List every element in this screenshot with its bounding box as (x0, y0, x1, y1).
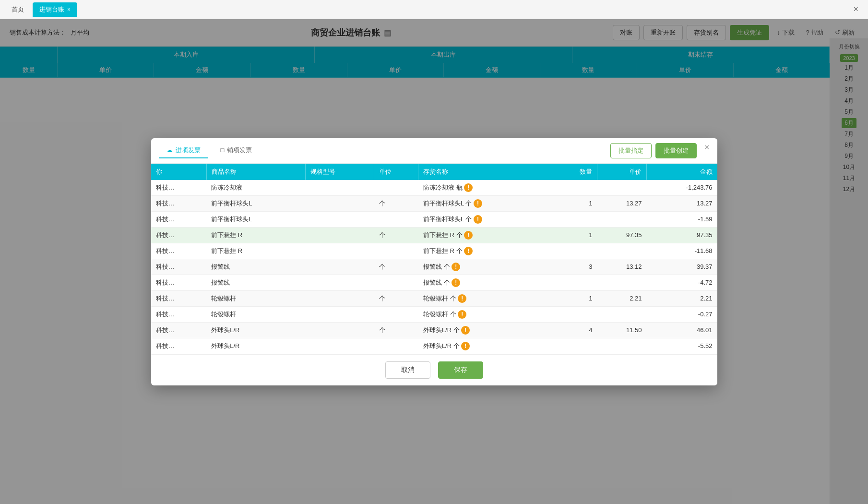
cell-spec (306, 306, 374, 322)
table-row: 科技… 报警线 报警线 个 ! -4.72 (151, 275, 717, 290)
cell-product: 前平衡杆球头L (206, 211, 305, 227)
cell-unit-price (597, 211, 646, 227)
cell-spec (306, 290, 374, 306)
tab-home[interactable]: 首页 (5, 2, 31, 17)
cell-unit (374, 338, 418, 354)
cell-unit-price (597, 180, 646, 196)
cell-amount: -1,243.76 (647, 180, 717, 196)
cell-spec (306, 243, 374, 259)
dialog-footer: 取消 保存 (151, 354, 717, 385)
cell-product: 报警线 (206, 275, 305, 290)
cell-quantity (553, 306, 597, 322)
cell-inventory: 外球头L/R 个 ! (418, 322, 553, 338)
table-row: 科技… 轮毂螺杆 轮毂螺杆 个 ! -0.27 (151, 306, 717, 322)
cell-company: 科技… (151, 195, 207, 211)
modal-overlay: ☁ 进项发票 □ 销项发票 批量指定 批量创建 × (0, 19, 868, 504)
cell-quantity (553, 338, 597, 354)
col-company: 你 (151, 164, 207, 180)
warning-icon: ! (458, 294, 466, 303)
cell-unit-price (597, 338, 646, 354)
cell-spec (306, 180, 374, 196)
cell-company: 科技… (151, 290, 207, 306)
cell-unit (374, 211, 418, 227)
batch-assign-button[interactable]: 批量指定 (610, 143, 652, 158)
tab-close-icon[interactable]: × (67, 6, 71, 13)
cell-unit-price (597, 243, 646, 259)
cell-quantity: 4 (553, 322, 597, 338)
cell-quantity: 3 (553, 259, 597, 275)
cell-unit (374, 180, 418, 196)
cell-amount: 39.37 (647, 259, 717, 275)
cell-quantity: 1 (553, 195, 597, 211)
save-button[interactable]: 保存 (438, 361, 483, 379)
warning-icon: ! (474, 199, 482, 208)
cell-spec (306, 338, 374, 354)
batch-create-button[interactable]: 批量创建 (655, 143, 697, 158)
cell-unit: 个 (374, 322, 418, 338)
cell-company: 科技… (151, 243, 207, 259)
cell-company: 科技… (151, 338, 207, 354)
table-row: 科技… 防冻冷却液 防冻冷却液 瓶 ! -1,243.76 (151, 180, 717, 196)
cell-unit-price: 97.35 (597, 227, 646, 243)
cell-spec (306, 211, 374, 227)
cell-unit: 个 (374, 195, 418, 211)
tab-active[interactable]: 进销台账 × (33, 2, 77, 17)
cell-product: 外球头L/R (206, 338, 305, 354)
cell-unit-price (597, 306, 646, 322)
cell-quantity (553, 211, 597, 227)
cell-unit (374, 243, 418, 259)
dialog-close-icon[interactable]: × (704, 143, 710, 158)
cell-amount: -0.27 (647, 306, 717, 322)
warning-icon: ! (452, 278, 460, 287)
cancel-button[interactable]: 取消 (385, 361, 430, 379)
cell-product: 报警线 (206, 259, 305, 275)
cell-inventory: 防冻冷却液 瓶 ! (418, 180, 553, 196)
dialog-table-container: 你 商品名称 规格型号 单位 存货名称 数量 单价 金额 科技… 防冻冷却液 (151, 164, 717, 354)
income-tab-label: 进项发票 (176, 146, 201, 155)
col-quantity: 数量 (553, 164, 597, 180)
window-close-button[interactable]: × (848, 4, 863, 14)
col-spec: 规格型号 (306, 164, 374, 180)
table-row: 科技… 外球头L/R 外球头L/R 个 ! -5.52 (151, 338, 717, 354)
warning-icon: ! (464, 247, 473, 255)
col-inventory: 存货名称 (418, 164, 553, 180)
cell-company: 科技… (151, 322, 207, 338)
col-unit-price: 单价 (597, 164, 646, 180)
col-product: 商品名称 (206, 164, 305, 180)
cell-amount: 46.01 (647, 322, 717, 338)
table-row: 科技… 前平衡杆球头L 个 前平衡杆球头L 个 ! 1 13.27 13.27 (151, 195, 717, 211)
col-amount: 金额 (647, 164, 717, 180)
cell-inventory: 前下悬挂 R 个 ! (418, 227, 553, 243)
cell-product: 防冻冷却液 (206, 180, 305, 196)
top-bar: 首页 进销台账 × × (0, 0, 868, 19)
cell-unit: 个 (374, 227, 418, 243)
cell-product: 前下悬挂 R (206, 227, 305, 243)
table-row: 科技… 前平衡杆球头L 前平衡杆球头L 个 ! -1.59 (151, 211, 717, 227)
tab-sales-invoice[interactable]: □ 销项发票 (213, 143, 260, 158)
cell-product: 外球头L/R (206, 322, 305, 338)
warning-icon: ! (461, 342, 470, 350)
table-header-row: 你 商品名称 规格型号 单位 存货名称 数量 单价 金额 (151, 164, 717, 180)
warning-icon: ! (452, 263, 460, 271)
invoice-table-body: 科技… 防冻冷却液 防冻冷却液 瓶 ! -1,243.76 科技… 前平衡杆球头… (151, 180, 717, 354)
cell-product: 轮毂螺杆 (206, 290, 305, 306)
dialog-header: ☁ 进项发票 □ 销项发票 批量指定 批量创建 × (151, 138, 717, 164)
cell-amount: -4.72 (647, 275, 717, 290)
cell-product: 前下悬挂 R (206, 243, 305, 259)
table-row: 科技… 前下悬挂 R 个 前下悬挂 R 个 ! 1 97.35 97.35 (151, 227, 717, 243)
income-tab-icon: ☁ (166, 146, 173, 154)
cell-inventory: 轮毂螺杆 个 ! (418, 290, 553, 306)
main-area: 销售成本计算方法： 月平均 商贸企业进销台账 ▤ 对账 重新开账 存货别名 生成… (0, 19, 868, 504)
cell-spec (306, 259, 374, 275)
cell-quantity (553, 180, 597, 196)
invoice-dialog: ☁ 进项发票 □ 销项发票 批量指定 批量创建 × (151, 138, 717, 385)
cell-unit-price: 13.12 (597, 259, 646, 275)
cell-quantity: 1 (553, 227, 597, 243)
cell-inventory: 前下悬挂 R 个 ! (418, 243, 553, 259)
cell-amount: 13.27 (647, 195, 717, 211)
invoice-table: 你 商品名称 规格型号 单位 存货名称 数量 单价 金额 科技… 防冻冷却液 (151, 164, 717, 354)
cell-company: 科技… (151, 306, 207, 322)
cell-spec (306, 322, 374, 338)
tab-income-invoice[interactable]: ☁ 进项发票 (159, 143, 208, 158)
cell-company: 科技… (151, 180, 207, 196)
